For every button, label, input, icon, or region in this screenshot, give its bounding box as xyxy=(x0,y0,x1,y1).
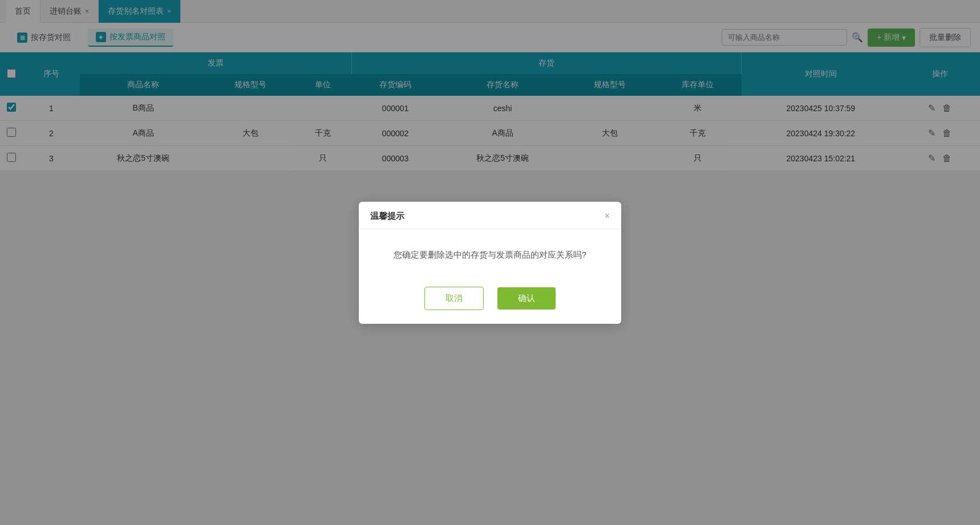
overlay: 温馨提示 × 您确定要删除选中的存货与发票商品的对应关系吗? 取消 确认 xyxy=(0,0,980,171)
